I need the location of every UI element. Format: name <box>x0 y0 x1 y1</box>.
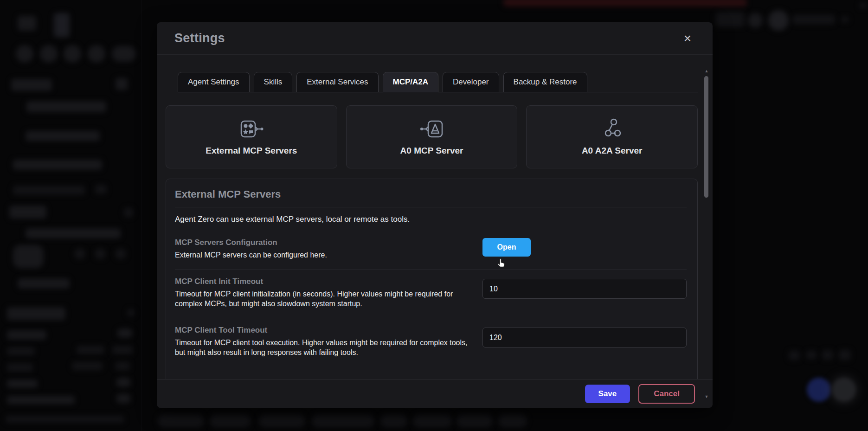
field-mcp-client-init-timeout: MCP Client Init Timeout Timeout for MCP … <box>175 269 687 318</box>
field-mcp-client-tool-timeout: MCP Client Tool Timeout Timeout for MCP … <box>175 318 687 367</box>
modal-title: Settings <box>174 31 225 45</box>
field-mcp-servers-configuration: MCP Servers Configuration External MCP s… <box>175 231 687 269</box>
tab-external-services[interactable]: External Services <box>296 72 378 92</box>
field-description: External MCP servers can be configured h… <box>175 250 471 260</box>
field-label: MCP Client Init Timeout <box>175 277 471 286</box>
field-control <box>482 277 687 299</box>
field-text: MCP Client Init Timeout Timeout for MCP … <box>175 277 471 309</box>
scroll-up-icon[interactable]: ▲ <box>704 69 709 73</box>
mcp-client-tool-timeout-input[interactable] <box>482 328 687 347</box>
panel-title: External MCP Servers <box>175 179 687 207</box>
card-a0-a2a-server[interactable]: A0 A2A Server <box>526 105 698 168</box>
mcp-section-cards: External MCP Servers A0 MCP Server <box>166 105 698 168</box>
modal-footer: Save Cancel <box>157 379 713 408</box>
field-description: Timeout for MCP client tool execution. H… <box>175 338 471 357</box>
card-external-mcp-servers[interactable]: External MCP Servers <box>166 105 337 168</box>
a2a-network-icon <box>598 118 625 140</box>
field-text: MCP Client Tool Timeout Timeout for MCP … <box>175 326 471 357</box>
tab-skills[interactable]: Skills <box>254 72 293 92</box>
card-a0-mcp-server[interactable]: A0 MCP Server <box>346 105 518 168</box>
mouse-cursor-icon <box>496 257 507 269</box>
tab-backup-restore[interactable]: Backup & Restore <box>503 72 587 92</box>
settings-modal: Settings × Agent Settings Skills Externa… <box>157 22 713 408</box>
save-button[interactable]: Save <box>585 385 630 403</box>
field-label: MCP Servers Configuration <box>175 238 471 247</box>
tab-mcp-a2a[interactable]: MCP/A2A <box>383 72 439 92</box>
field-text: MCP Servers Configuration External MCP s… <box>175 238 471 260</box>
card-label: A0 A2A Server <box>582 146 643 156</box>
settings-tabbar: Agent Settings Skills External Services … <box>178 69 698 92</box>
modal-header: Settings × <box>157 22 713 55</box>
card-label: A0 MCP Server <box>400 146 463 156</box>
panel-description: Agent Zero can use external MCP servers,… <box>175 207 687 231</box>
mcp-shapes-plug-icon <box>238 118 265 140</box>
card-label: External MCP Servers <box>206 146 297 156</box>
a0-mcp-plug-icon <box>418 118 445 140</box>
modal-scrollbar: ▲ ▼ <box>704 69 709 399</box>
mcp-client-init-timeout-input[interactable] <box>482 279 687 299</box>
close-icon[interactable]: × <box>681 31 694 46</box>
app-root: Settings × Agent Settings Skills Externa… <box>0 0 868 431</box>
tab-agent-settings[interactable]: Agent Settings <box>178 72 250 92</box>
field-label: MCP Client Tool Timeout <box>175 326 471 335</box>
field-control: Open <box>482 238 687 257</box>
open-mcp-config-button[interactable]: Open <box>482 238 531 257</box>
scroll-down-icon[interactable]: ▼ <box>704 394 709 399</box>
external-mcp-servers-panel: External MCP Servers Agent Zero can use … <box>166 179 698 379</box>
cancel-button[interactable]: Cancel <box>638 384 695 404</box>
tab-developer[interactable]: Developer <box>443 72 499 92</box>
field-control <box>482 326 687 347</box>
scrollbar-thumb[interactable] <box>704 76 708 198</box>
field-description: Timeout for MCP client initialization (i… <box>175 289 471 309</box>
